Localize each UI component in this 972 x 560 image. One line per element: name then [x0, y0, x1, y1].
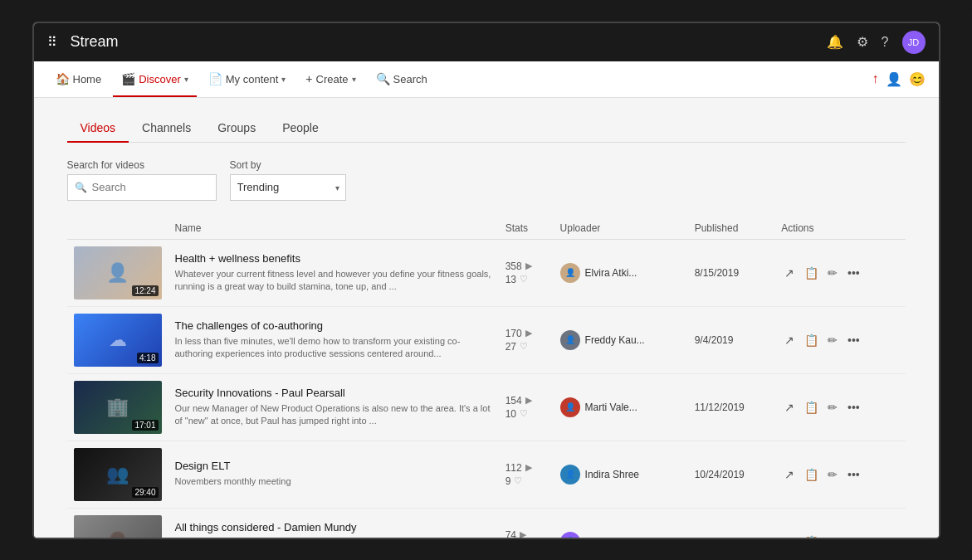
play-icon: ▶ [525, 261, 532, 271]
transcript-button[interactable]: 📋 [801, 466, 822, 483]
video-title[interactable]: Security Innovations - Paul Pearsall [175, 387, 492, 399]
thumbnail-3[interactable]: 🏢 17:01 [74, 381, 162, 434]
nav-create[interactable]: + Create ▾ [297, 61, 364, 97]
more-button[interactable]: ••• [844, 332, 863, 348]
stats-cell: 112 ▶ 9 ♡ [499, 441, 554, 508]
th-published: Published [688, 217, 774, 240]
notifications-icon[interactable]: 🔔 [827, 34, 843, 50]
video-title[interactable]: Design ELT [175, 460, 492, 472]
nav-search-label: Search [393, 73, 427, 85]
transcript-button[interactable]: 📋 [801, 265, 822, 281]
play-icon: ▶ [520, 529, 526, 538]
upload-icon[interactable]: ↑ [872, 71, 879, 86]
published-cell: 10/24/2019 [688, 441, 774, 508]
feedback-icon[interactable]: 😊 [909, 71, 926, 87]
video-title[interactable]: Health + wellness benefits [175, 252, 492, 265]
published-cell: 11/12/2019 [688, 373, 774, 441]
like-count: 27 [506, 341, 516, 353]
video-title[interactable]: The challenges of co-authoring [175, 319, 492, 332]
thumbnail-2[interactable]: ☁ 4:18 [74, 314, 162, 367]
transcript-button[interactable]: 📋 [801, 332, 822, 348]
uploader-name[interactable]: Indira Shree [585, 469, 639, 480]
th-thumb [67, 217, 169, 240]
stats-likes: 10 ♡ [506, 408, 547, 420]
thumb-cell: 👥 29:40 [67, 441, 169, 508]
transcript-button[interactable]: 📋 [801, 399, 822, 416]
edit-button[interactable]: ✏ [824, 466, 841, 483]
more-button[interactable]: ••• [844, 265, 863, 281]
create-chevron: ▾ [352, 75, 356, 84]
tab-videos[interactable]: Videos [67, 114, 129, 143]
share-button[interactable]: ↗ [781, 265, 798, 281]
nav-mycontent[interactable]: 📄 My content ▾ [200, 61, 295, 97]
th-stats: Stats [499, 217, 554, 240]
uploader-name[interactable]: Freddy Kau... [585, 334, 645, 346]
name-cell: The challenges of co-authoring In less t… [169, 306, 499, 373]
edit-button[interactable]: ✏ [824, 399, 841, 416]
settings-icon[interactable]: ⚙ [857, 34, 868, 50]
uploader-inner: 👤 Chinelo Ch... [560, 532, 681, 538]
actions-cell: ↗ 📋 ✏ ••• [774, 306, 905, 373]
uploader-avatar: 👤 [560, 263, 580, 283]
published-cell: 9/30/2019 [688, 508, 774, 538]
heart-icon: ♡ [520, 341, 528, 352]
thumb-cell: 🏢 17:01 [67, 373, 169, 441]
discover-icon: 🎬 [121, 72, 135, 85]
play-icon: ▶ [525, 328, 532, 338]
stats-views: 358 ▶ [506, 261, 547, 272]
table-row: 👨 44:37 All things considered - Damien M… [67, 508, 906, 538]
thumbnail-1[interactable]: 👤 12:24 [74, 246, 162, 299]
uploader-avatar: 👤 [560, 465, 580, 485]
name-cell: Health + wellness benefits Whatever your… [169, 239, 499, 306]
stats-cell: 170 ▶ 27 ♡ [499, 306, 554, 373]
tab-people[interactable]: People [269, 114, 332, 143]
nav-home[interactable]: 🏠 Home [47, 61, 110, 97]
tab-channels[interactable]: Channels [129, 114, 204, 143]
mycontent-icon: 📄 [208, 72, 222, 85]
sort-select[interactable]: Trending Most views Most likes Most rece… [230, 174, 346, 201]
nav-discover[interactable]: 🎬 Discover ▾ [113, 61, 197, 97]
secondary-nav: 🏠 Home 🎬 Discover ▾ 📄 My content ▾ + Cre… [34, 61, 939, 98]
edit-button[interactable]: ✏ [824, 533, 841, 538]
more-button[interactable]: ••• [844, 533, 863, 538]
top-nav: ⠿ Stream 🔔 ⚙ ? JD [34, 23, 939, 61]
uploader-name[interactable]: Elvira Atki... [585, 267, 637, 279]
thumb-icon: 👨 [74, 515, 162, 538]
thumbnail-5[interactable]: 👨 44:37 [74, 515, 162, 538]
more-button[interactable]: ••• [844, 399, 863, 416]
video-duration: 12:24 [132, 285, 158, 296]
video-desc: Novembers monthly meeting [175, 475, 492, 488]
video-table: Name Stats Uploader Published Actions 👤 … [67, 217, 906, 538]
share-button[interactable]: ↗ [781, 332, 798, 348]
video-duration: 4:18 [137, 353, 158, 363]
stats-cell: 154 ▶ 10 ♡ [499, 373, 554, 441]
edit-button[interactable]: ✏ [824, 332, 841, 348]
waffle-icon[interactable]: ⠿ [47, 34, 57, 50]
share-button[interactable]: ↗ [781, 533, 798, 538]
video-title[interactable]: All things considered - Damien Mundy [175, 521, 492, 533]
tab-groups[interactable]: Groups [204, 114, 269, 143]
uploader-name[interactable]: Chinelo Ch... [585, 536, 642, 538]
search-field-icon: 🔍 [75, 182, 87, 193]
uploader-name[interactable]: Marti Vale... [585, 402, 637, 413]
search-input[interactable] [92, 181, 209, 193]
sort-wrapper: Trending Most views Most likes Most rece… [230, 174, 346, 201]
more-button[interactable]: ••• [844, 466, 863, 483]
search-label: Search for videos [67, 159, 217, 171]
video-desc: In less than five minutes, we'll demo ho… [175, 335, 492, 361]
name-cell: Design ELT Novembers monthly meeting [169, 441, 499, 508]
person-icon[interactable]: 👤 [886, 71, 902, 87]
transcript-button[interactable]: 📋 [801, 533, 822, 538]
share-button[interactable]: ↗ [781, 466, 798, 483]
nav-search[interactable]: 🔍 Search [368, 61, 436, 97]
th-name: Name [169, 217, 499, 240]
help-icon[interactable]: ? [882, 35, 889, 50]
share-button[interactable]: ↗ [781, 399, 798, 416]
edit-button[interactable]: ✏ [824, 265, 841, 281]
avatar[interactable]: JD [902, 31, 926, 54]
thumb-cell: 👨 44:37 [67, 508, 169, 538]
view-count: 74 [506, 529, 516, 538]
table-row: 🏢 17:01 Security Innovations - Paul Pear… [67, 373, 906, 441]
thumbnail-4[interactable]: 👥 29:40 [74, 448, 162, 501]
th-actions: Actions [774, 217, 905, 240]
